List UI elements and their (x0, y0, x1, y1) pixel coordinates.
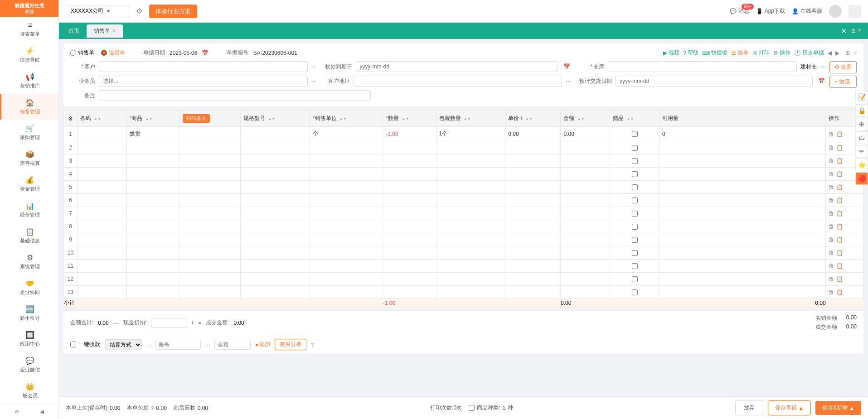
row-unit-price[interactable] (505, 168, 561, 181)
tab-sales[interactable]: 销售单 × (87, 24, 123, 38)
row-spec[interactable] (241, 207, 310, 220)
row-qty[interactable] (383, 220, 436, 233)
row-amount[interactable]: 0.00 (561, 127, 610, 141)
copy-icon[interactable]: 📋 (836, 197, 843, 203)
view-list-icon[interactable]: ≡ (853, 50, 857, 56)
row-spec[interactable] (241, 233, 310, 246)
table-scroll-area[interactable]: ⚙ 条码 ▲▼ *商品 ▲▼ 扫码录入 (63, 110, 863, 307)
copy-icon[interactable]: 📋 (836, 144, 843, 151)
row-pkg-qty[interactable] (436, 194, 505, 207)
copy-icon[interactable]: 📋 (836, 184, 843, 190)
copy-icon[interactable]: 📋 (836, 158, 843, 164)
sort-unit[interactable]: ▲▼ (339, 117, 347, 121)
row-unit[interactable] (310, 233, 383, 246)
row-qty[interactable] (383, 194, 436, 207)
receivable-calendar-icon[interactable]: 📅 (563, 63, 570, 70)
float-btn-6[interactable]: ⭐ (855, 159, 868, 171)
row-unit[interactable] (310, 141, 383, 154)
row-barcode[interactable] (78, 194, 127, 207)
row-amount[interactable] (561, 273, 610, 286)
row-unit-price[interactable]: 0.00 (505, 127, 561, 141)
delete-icon[interactable]: 🗑 (829, 171, 834, 177)
row-gift[interactable] (610, 246, 659, 260)
row-pkg-qty[interactable] (436, 246, 505, 260)
sort-gift[interactable]: ▲▼ (627, 117, 634, 121)
row-spec[interactable] (241, 273, 310, 286)
payment-method-select[interactable]: 结算方式 (105, 339, 142, 350)
row-spec[interactable] (241, 127, 310, 141)
radio-sale-input[interactable] (70, 50, 76, 56)
avatar-extra[interactable] (849, 5, 861, 18)
one-click-pay-checkbox[interactable]: 一键收款 (70, 341, 100, 348)
discount-input[interactable] (151, 318, 187, 328)
copy-icon[interactable]: 📋 (836, 289, 843, 295)
sort-barcode[interactable]: ▲▼ (94, 117, 101, 121)
sidebar-item-collab[interactable]: 🤝 企业协同 (0, 275, 58, 300)
row-unit-price[interactable] (505, 233, 561, 246)
online-service-button[interactable]: 👤 在线客服 (792, 7, 822, 15)
row-barcode[interactable] (78, 181, 127, 194)
delete-icon[interactable]: 🗑 (829, 236, 834, 243)
sidebar-item-guide[interactable]: 🆕 新手引导 (0, 300, 58, 326)
row-pkg-qty[interactable] (436, 233, 505, 246)
one-click-checkbox[interactable] (70, 342, 76, 347)
copy-icon[interactable]: 📋 (836, 250, 843, 256)
gift-checkbox[interactable] (632, 289, 638, 295)
row-product[interactable] (126, 141, 179, 154)
row-product[interactable] (126, 220, 179, 233)
row-spec[interactable] (241, 194, 310, 207)
nav-prev-icon[interactable]: ◀ (828, 50, 832, 56)
row-unit[interactable] (310, 246, 383, 260)
salesperson-dots[interactable]: ··· (311, 78, 316, 84)
row-barcode[interactable] (78, 260, 127, 273)
sort-amount[interactable]: ▲▼ (577, 117, 585, 121)
expected-date-input[interactable] (616, 76, 813, 87)
row-gift[interactable] (610, 127, 659, 141)
row-unit-price[interactable] (505, 141, 561, 154)
row-spec[interactable] (241, 154, 310, 168)
sidebar-item-inventory[interactable]: 📦 库存核算 (0, 145, 58, 171)
sidebar-item-wechat[interactable]: 💬 企业微信 (0, 352, 58, 378)
row-spec[interactable] (241, 260, 310, 273)
float-btn-4[interactable]: 🗂 (855, 131, 868, 144)
row-amount[interactable] (561, 260, 610, 273)
row-amount[interactable] (561, 246, 610, 260)
warehouse-input[interactable] (608, 61, 797, 72)
delete-icon[interactable]: 🗑 (829, 197, 834, 203)
row-product[interactable] (126, 273, 179, 286)
row-gift[interactable] (610, 181, 659, 194)
delete-icon[interactable]: 🗑 (829, 210, 834, 217)
sort-product[interactable]: ▲▼ (145, 117, 153, 121)
tab-grid-view-icon[interactable]: ⊞ (851, 28, 856, 34)
row-gift[interactable] (610, 168, 659, 181)
gift-checkbox[interactable] (632, 145, 638, 151)
sidebar-item-marketing[interactable]: 📢 营销推广 (0, 68, 58, 94)
tab-home[interactable]: 首页 (61, 24, 87, 38)
row-product[interactable] (126, 181, 179, 194)
sidebar-item-base[interactable]: 📋 基础信息 (0, 223, 58, 249)
float-btn-3[interactable]: ⊕ (855, 118, 868, 130)
row-pkg-qty[interactable] (436, 141, 505, 154)
video-link[interactable]: ▶ 视频 (663, 49, 679, 57)
sidebar-item-system[interactable]: ⚙ 系统管理 (0, 249, 58, 275)
delete-icon[interactable]: 🗑 (829, 289, 834, 295)
row-unit-price[interactable] (505, 286, 561, 299)
help-link[interactable]: ? 帮助 (683, 49, 698, 57)
row-product[interactable] (126, 168, 179, 181)
row-gift[interactable] (610, 260, 659, 273)
row-qty[interactable] (383, 168, 436, 181)
row-amount[interactable] (561, 141, 610, 154)
row-pkg-qty[interactable] (436, 181, 505, 194)
sidebar-item-search[interactable]: ≡ 搜索菜单 (0, 17, 58, 42)
account-input[interactable] (155, 340, 201, 350)
row-unit[interactable] (310, 260, 383, 273)
save-draft-button[interactable]: 保存草稿 ▲ (768, 400, 811, 415)
app-download-button[interactable]: 📱 App下载 (756, 7, 785, 15)
sort-spec[interactable]: ▲▼ (268, 117, 275, 121)
th-settings[interactable]: ⚙ (64, 111, 78, 127)
copy-icon[interactable]: 📋 (836, 210, 843, 217)
row-gift[interactable] (610, 273, 659, 286)
row-amount[interactable] (561, 220, 610, 233)
topbar-gear-icon[interactable]: ⚙ (136, 7, 142, 15)
row-qty[interactable] (383, 273, 436, 286)
